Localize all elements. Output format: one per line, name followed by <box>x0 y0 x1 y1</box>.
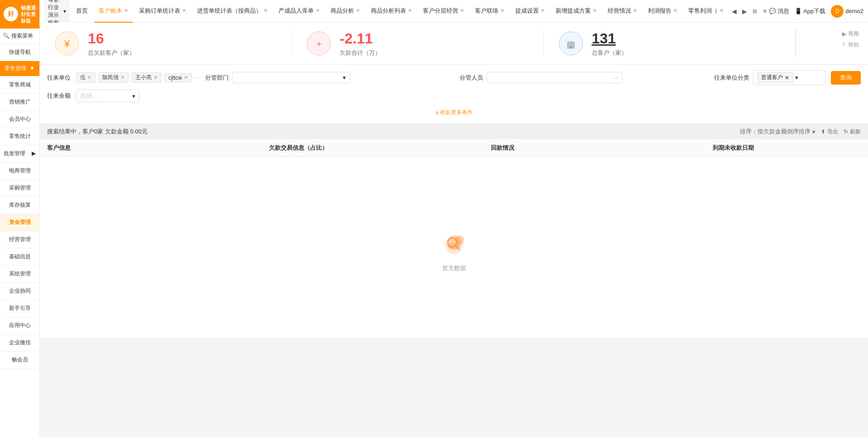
tab-close-product-analysis-list[interactable]: ✕ <box>408 8 412 14</box>
stat-receivables: ✦ -2.11 欠款合计（万） <box>292 30 543 57</box>
sidebar-item-retail-mgmt[interactable]: 零售管理 ▼ <box>0 61 39 76</box>
sidebar-item-member-center[interactable]: 会员中心 <box>0 111 39 128</box>
tab-retail-profit[interactable]: 零售利润（ ✕ <box>684 0 728 23</box>
tab-close-profit-report[interactable]: ✕ <box>673 8 677 14</box>
tab-close-all[interactable]: ✕ <box>761 8 769 14</box>
filter-row-2: 往来余额 选择... ▾ <box>47 90 861 102</box>
stat-total-clients: 🏢 131 总客户（家） <box>544 30 796 57</box>
filter-tag-chen[interactable]: 陈民强 ✕ <box>98 72 129 83</box>
classify-select[interactable]: 普通客户 ✕ ▾ <box>753 70 825 85</box>
tab-close-biz-situation[interactable]: ✕ <box>633 8 637 14</box>
sidebar-item-batch-mgmt[interactable]: 批发管理 ▶ <box>0 145 39 162</box>
sidebar-item-vip-member[interactable]: 畅会员 <box>0 352 39 369</box>
filter-tags-unit: 伍 ✕ 陈民强 ✕ 王小亮 ✕ cjttcw ✕ ··· <box>76 72 200 83</box>
tab-product-analysis[interactable]: 商品分析 ✕ <box>326 0 364 23</box>
tab-close-customer-accounts[interactable]: ✕ <box>124 8 128 14</box>
table-body: 暂无数据 <box>40 157 868 338</box>
sort-select[interactable]: 排序：按欠款金额倒序排序 ▾ <box>740 128 815 136</box>
video-help[interactable]: ▶ 视频 <box>842 30 859 38</box>
app-download-btn[interactable]: 📱 App下载 <box>795 7 825 15</box>
svg-text:✦: ✦ <box>316 40 322 49</box>
tab-stock-stat[interactable]: 进货单统计表（按商品） ✕ <box>192 0 272 23</box>
export-btn[interactable]: ⬆ 导出 <box>821 128 838 136</box>
results-summary: 搜索结果中，客户0家 欠款金额 0.00元 <box>47 128 148 136</box>
sidebar-item-new-guide[interactable]: 新手引导 <box>0 300 39 317</box>
sidebar-item-ecom-mgmt[interactable]: 电商管理 <box>0 162 39 180</box>
tab-customer-contact[interactable]: 客户联络 ✕ <box>470 0 509 23</box>
tab-reminder-settings[interactable]: 提成设置 ✕ <box>511 0 549 23</box>
remove-classify-tag[interactable]: ✕ <box>785 75 789 81</box>
tab-biz-situation[interactable]: 经营情况 ✕ <box>603 0 642 23</box>
sidebar-item-app-center[interactable]: 应用中心 <box>0 317 39 334</box>
logo-icon: 好 <box>4 7 18 21</box>
sidebar-item-basic-info[interactable]: 基础信息 <box>0 248 39 266</box>
sidebar-item-capital-mgmt[interactable]: 资金管理 <box>0 214 39 231</box>
sidebar-item-enterprise-coop[interactable]: 企业协同 <box>0 283 39 300</box>
balance-select[interactable]: 选择... ▾ <box>76 90 139 102</box>
sidebar-item-retail-mall[interactable]: 零售商城 <box>0 76 39 94</box>
tab-customer-accounts[interactable]: 客户账本 ✕ <box>94 0 133 23</box>
collapse-filter-btn[interactable]: ∧ 收起更多条件 <box>47 107 861 118</box>
tab-close-customer-segment[interactable]: ✕ <box>460 8 464 14</box>
video-icon: ▶ <box>842 31 846 37</box>
text-help[interactable]: ？ 帮助 <box>841 41 859 49</box>
logo-text: 畅捷通好生意 标版 <box>21 5 36 24</box>
avatar-icon: D <box>831 5 844 18</box>
tab-new-achievement[interactable]: 新增提成方案 ✕ <box>551 0 601 23</box>
tab-close-product-analysis[interactable]: ✕ <box>356 8 360 14</box>
filter-tag-cjttcw[interactable]: cjttcw ✕ <box>164 73 192 82</box>
sidebar-item-ops-mgmt[interactable]: 经营管理 <box>0 231 39 248</box>
tab-production-stock[interactable]: 产成品入库单 ✕ <box>274 0 324 23</box>
tab-home[interactable]: 首页 <box>72 0 92 23</box>
tab-profit-report[interactable]: 利润报告 ✕ <box>643 0 682 23</box>
stat-icon-customers: ¥ <box>53 30 81 57</box>
sidebar-item-retail-stat[interactable]: 零售统计 <box>0 128 39 145</box>
tab-customer-segment[interactable]: 客户分层经营 ✕ <box>418 0 469 23</box>
no-data-icon <box>436 223 472 259</box>
table-header: 客户信息 欠款交易信息（占比） 回款情况 到期未收款日期 <box>40 139 868 157</box>
tab-close-new-achievement[interactable]: ✕ <box>593 8 597 14</box>
chevron-down-icon: ▾ <box>795 74 798 81</box>
filter-tag-wu[interactable]: 伍 ✕ <box>76 72 96 83</box>
refresh-btn[interactable]: ↻ 刷新 <box>844 128 861 136</box>
sidebar-item-inventory[interactable]: 库存核算 <box>0 197 39 214</box>
tab-scroll-right[interactable]: ▶ <box>740 8 749 15</box>
person-input[interactable]: ··· <box>487 72 623 83</box>
dept-select[interactable]: ▾ <box>232 72 350 83</box>
remove-tag-cjttcw[interactable]: ✕ <box>184 75 188 81</box>
classify-tag[interactable]: 普通客户 ✕ <box>757 72 793 83</box>
tab-close-retail-profit[interactable]: ✕ <box>719 8 724 14</box>
tab-close-reminder-settings[interactable]: ✕ <box>541 8 545 14</box>
stat-total-customers: ¥ 16 总欠款客户（家） <box>40 30 292 57</box>
sidebar-item-purchase-mgmt[interactable]: 采购管理 <box>0 180 39 197</box>
sidebar-item-sys-mgmt[interactable]: 系统管理 <box>0 266 39 283</box>
filter-tag-wang[interactable]: 王小亮 ✕ <box>131 72 162 83</box>
chevron-down-icon: ▼ <box>29 65 35 71</box>
tab-expand[interactable]: ⊞ <box>751 8 759 14</box>
tab-scroll-left[interactable]: ◀ <box>730 8 739 15</box>
sidebar-item-quick-nav[interactable]: 快捷导航 <box>0 44 39 61</box>
sidebar-item-enterprise-wechat[interactable]: 企业微信 <box>0 334 39 352</box>
user-avatar[interactable]: D demo2 <box>831 5 863 18</box>
tab-purchase-order-stat[interactable]: 采购订单统计表 ✕ <box>134 0 191 23</box>
query-button[interactable]: 查询 <box>831 71 861 85</box>
tab-close-customer-contact[interactable]: ✕ <box>500 8 504 14</box>
stat-icon-clients: 🏢 <box>557 30 585 57</box>
tab-close-stock-stat[interactable]: ✕ <box>264 8 268 14</box>
sidebar-logo: 好 畅捷通好生意 标版 <box>0 0 39 28</box>
chevron-down-icon: ▾ <box>132 93 135 100</box>
results-right: 排序：按欠款金额倒序排序 ▾ ⬆ 导出 ↻ 刷新 <box>740 128 861 136</box>
stat-value-clients: 131 <box>592 30 627 47</box>
sidebar-search[interactable]: 🔍 搜索菜单 <box>0 28 39 44</box>
tab-product-analysis-list[interactable]: 商品分析列表 ✕ <box>366 0 417 23</box>
sidebar-item-mkt-promo[interactable]: 营销推广 <box>0 94 39 111</box>
filter-more-tags[interactable]: ··· <box>195 74 200 81</box>
message-btn[interactable]: 💬 消息 <box>769 7 789 15</box>
tab-close-purchase-order-stat[interactable]: ✕ <box>182 8 186 14</box>
remove-tag-wu[interactable]: ✕ <box>87 75 91 81</box>
chevron-down-icon: ▾ <box>63 8 66 14</box>
tab-close-production-stock[interactable]: ✕ <box>316 8 320 14</box>
remove-tag-chen[interactable]: ✕ <box>120 75 125 81</box>
remove-tag-wang[interactable]: ✕ <box>153 75 158 81</box>
stat-value-receivables: -2.11 <box>340 30 381 47</box>
